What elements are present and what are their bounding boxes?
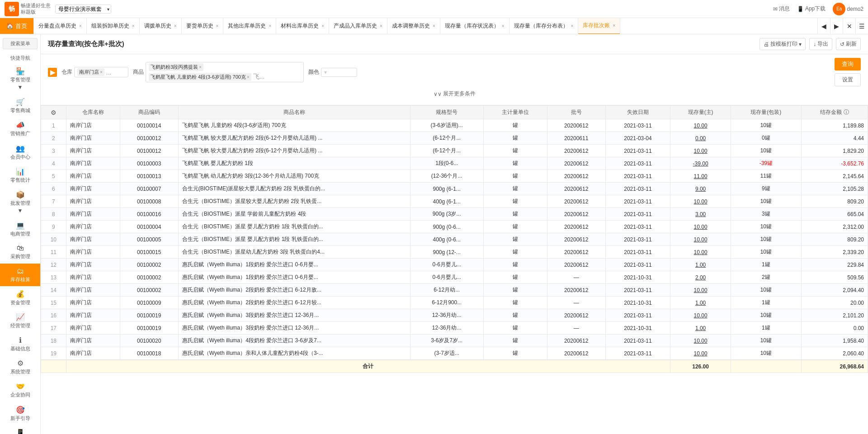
- sidebar-item-wholesale-mgmt[interactable]: 📦 批发管理 ▼: [0, 187, 40, 217]
- sidebar-item-finance[interactable]: 💰 资金管理: [0, 286, 40, 309]
- tab-close-batch-account[interactable]: ×: [613, 23, 615, 28]
- workspace-select[interactable]: 母婴行业演示账套: [55, 5, 111, 14]
- cell-qty-main[interactable]: 1.00: [670, 322, 731, 335]
- product-tag-1-close[interactable]: ×: [199, 65, 202, 70]
- sidebar-item-retail-stats[interactable]: 📊 零售统计: [0, 164, 40, 187]
- tab-close-transfer[interactable]: ×: [174, 24, 177, 28]
- expand-more-btn[interactable]: ∨∨ 展开更多条件: [430, 88, 479, 99]
- sidebar-item-system[interactable]: ⚙ 系统管理: [0, 355, 40, 378]
- cell-expire: 2021-03-11: [605, 183, 670, 195]
- tab-close-inventory-status[interactable]: ×: [502, 24, 505, 28]
- sidebar-item-inventory[interactable]: 🗂 库存核算: [0, 264, 40, 286]
- tab-next-btn[interactable]: ▶: [830, 18, 843, 34]
- tab-product-in[interactable]: 产成品入库单历史 ×: [329, 18, 387, 34]
- color-filter-box[interactable]: ▾: [321, 68, 357, 77]
- warehouse-more[interactable]: ...: [106, 69, 112, 76]
- workspace-selector[interactable]: 母婴行业演示账套: [55, 5, 111, 14]
- cell-qty-main[interactable]: 9.00: [670, 183, 731, 195]
- tab-transfer[interactable]: 调拨单历史 ×: [140, 18, 182, 34]
- tab-menu-btn[interactable]: ☰: [855, 18, 868, 34]
- cell-qty-main[interactable]: 11.00: [670, 170, 731, 183]
- sidebar-item-enterprise-coop[interactable]: 🤝 企业协同: [0, 378, 40, 401]
- sidebar-item-retail-mall[interactable]: 🛒 零售商城: [0, 94, 40, 117]
- app-download-btn[interactable]: 📱 App下载: [797, 5, 826, 13]
- sidebar-item-retail-mgmt[interactable]: 🏪 零售管理 ▼: [0, 63, 40, 94]
- cell-no: 1: [41, 119, 66, 132]
- filter-expand-icon[interactable]: ▶: [48, 68, 57, 77]
- cell-qty-main[interactable]: -39.00: [670, 157, 731, 170]
- cell-qty-main[interactable]: 10.00: [670, 347, 731, 360]
- page-header: 现存量查询(按仓库+批次) 🖨 按模板打印 ▾ ↓ 导出 ↺ 刷新: [41, 34, 868, 54]
- search-menu-btn[interactable]: 搜索菜单: [3, 38, 38, 49]
- warehouse-tag-box[interactable]: 南岸门店 × ...: [74, 67, 128, 77]
- message-btn[interactable]: ✉ 消息: [773, 5, 790, 13]
- tab-disassemble[interactable]: 组装拆卸单历史 ×: [87, 18, 140, 34]
- tab-prev-btn[interactable]: ◀: [817, 18, 830, 34]
- sidebar-item-app-center[interactable]: 📱 应用中心: [0, 425, 40, 434]
- tab-batch-account[interactable]: 库存批次账 ×: [578, 18, 620, 34]
- sidebar-item-ecommerce[interactable]: 💻 电商管理: [0, 217, 40, 241]
- sidebar-item-ops[interactable]: 📈 经营管理: [0, 309, 40, 332]
- tab-split-inventory[interactable]: 分量盘点单历史 ×: [34, 18, 87, 34]
- avatar: Ea: [833, 3, 845, 15]
- product-more[interactable]: 飞...: [253, 73, 265, 81]
- sidebar-item-new-guide[interactable]: 🎯 新手引导: [0, 402, 40, 425]
- tab-close-current-btn[interactable]: ✕: [843, 18, 855, 34]
- tab-inventory-status[interactable]: 现存量（库存状况表） ×: [440, 18, 509, 34]
- sidebar-item-member-center[interactable]: 👥 会员中心: [0, 141, 40, 164]
- tab-material-out[interactable]: 材料出库单历史 ×: [276, 18, 329, 34]
- template-print-btn[interactable]: 🖨 按模板打印 ▾: [760, 38, 806, 50]
- cell-qty-main[interactable]: 3.00: [670, 208, 731, 221]
- cell-qty-main[interactable]: 10.00: [670, 119, 731, 132]
- tab-requisition[interactable]: 要货单历史 ×: [182, 18, 224, 34]
- quick-nav-label: 快捷导航: [0, 53, 40, 63]
- tab-close-product-in[interactable]: ×: [380, 24, 382, 28]
- tab-other-out[interactable]: 其他出库单历史 ×: [223, 18, 276, 34]
- tab-close-material-out[interactable]: ×: [321, 24, 324, 28]
- refresh-btn[interactable]: ↺ 刷新: [836, 38, 861, 50]
- sidebar-item-marketing[interactable]: 📣 营销推广: [0, 117, 40, 140]
- cell-qty-main[interactable]: 10.00: [670, 284, 731, 297]
- user-menu[interactable]: Ea demo2: [833, 3, 863, 15]
- cell-qty-main[interactable]: 10.00: [670, 335, 731, 347]
- cell-unit: 罐: [483, 297, 547, 309]
- ecommerce-icon: 💻: [16, 221, 25, 230]
- cell-batch: 20200612: [547, 221, 605, 233]
- logo: 畅 畅捷通好生意 标题版: [5, 2, 51, 16]
- cell-qty-main[interactable]: 2.00: [670, 271, 731, 284]
- cell-qty-main[interactable]: 10.00: [670, 309, 731, 322]
- settings-btn[interactable]: 设置: [835, 73, 861, 86]
- cell-qty-main[interactable]: 10.00: [670, 221, 731, 233]
- sidebar-item-basic-info[interactable]: ℹ 基础信息: [0, 332, 40, 355]
- tab-inventory-dist[interactable]: 现存量（库存分布表） ×: [509, 18, 579, 34]
- tab-cost-adjust[interactable]: 成本调整单历史 ×: [387, 18, 440, 34]
- warehouse-tag-close[interactable]: ×: [100, 70, 103, 75]
- tab-close-requisition[interactable]: ×: [216, 24, 219, 28]
- col-settings[interactable]: ⚙: [41, 106, 66, 119]
- tab-home[interactable]: 🏠 首页: [0, 18, 34, 34]
- product-tag-box[interactable]: 飞鹤奶粉3段丙携提装 × 飞鹤星飞帆 儿童奶粉 4段(3-6岁适用) 700克 …: [146, 62, 304, 82]
- product-filter: 商品 飞鹤奶粉3段丙携提装 × 飞鹤星飞帆 儿童奶粉 4段(3-6岁适用) 70…: [133, 62, 304, 82]
- cell-qty-main[interactable]: 10.00: [670, 195, 731, 208]
- cell-qty-main[interactable]: 10.00: [670, 145, 731, 157]
- query-btn[interactable]: 查询: [835, 58, 861, 71]
- cell-batch: 20200612: [547, 347, 605, 360]
- cell-qty-main[interactable]: 1.00: [670, 259, 731, 271]
- tab-close-split-inventory[interactable]: ×: [79, 24, 82, 28]
- export-btn[interactable]: ↓ 导出: [809, 38, 832, 50]
- cell-no: 16: [41, 309, 66, 322]
- cell-qty-main[interactable]: 1.00: [670, 297, 731, 309]
- cell-spec: 3-6岁及7岁...: [410, 335, 483, 347]
- cell-batch: —: [547, 297, 605, 309]
- tab-close-inventory-dist[interactable]: ×: [571, 24, 574, 28]
- sidebar-item-purchase[interactable]: 🛍 采购管理: [0, 241, 40, 263]
- cell-qty-main[interactable]: 10.00: [670, 233, 731, 246]
- tab-close-other-out[interactable]: ×: [269, 24, 271, 28]
- cell-qty-main[interactable]: 10.00: [670, 246, 731, 259]
- cell-warehouse: 南岸门店: [66, 208, 120, 221]
- tab-close-disassemble[interactable]: ×: [132, 24, 135, 28]
- product-tag-2-close[interactable]: ×: [247, 75, 250, 80]
- filter-row: ▶ 仓库 南岸门店 × ... 商品: [48, 58, 861, 86]
- cell-qty-main[interactable]: 0.00: [670, 132, 731, 145]
- tab-close-cost-adjust[interactable]: ×: [433, 24, 435, 28]
